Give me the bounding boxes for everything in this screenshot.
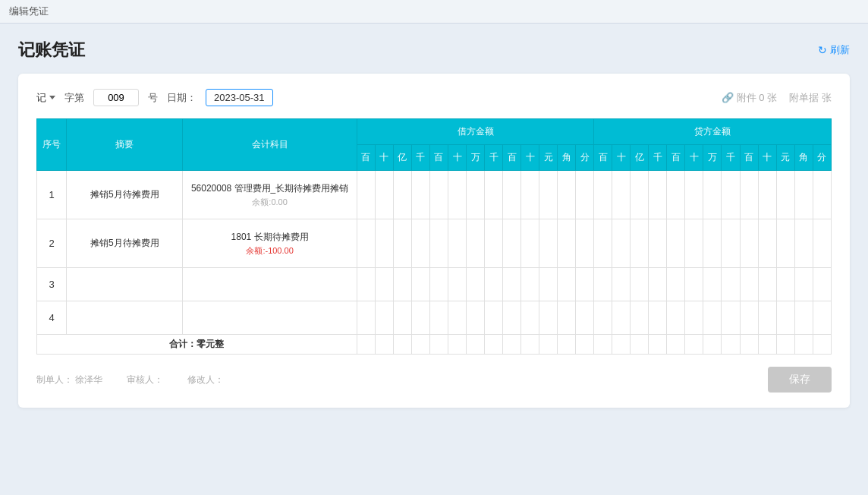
voucher-number-input[interactable] [93, 89, 139, 106]
debit-digit-cell[interactable] [448, 301, 467, 335]
debit-digit-cell[interactable] [429, 301, 448, 335]
credit-digit-cell[interactable] [794, 301, 813, 335]
debit-digit-cell[interactable] [375, 171, 393, 219]
credit-digit-cell[interactable] [649, 171, 667, 219]
credit-digit-cell[interactable] [667, 219, 685, 268]
credit-digit-cell[interactable] [594, 268, 612, 301]
debit-digit-cell[interactable] [576, 219, 594, 268]
credit-digit-cell[interactable] [667, 301, 685, 335]
row-summary[interactable]: 摊销5月待摊费用 [67, 171, 183, 219]
debit-digit-cell[interactable] [503, 301, 521, 335]
debit-digit-cell[interactable] [503, 171, 521, 219]
debit-digit-cell[interactable] [576, 301, 594, 335]
debit-digit-cell[interactable] [467, 171, 485, 219]
debit-digit-cell[interactable] [485, 301, 503, 335]
credit-digit-cell[interactable] [631, 268, 649, 301]
debit-digit-cell[interactable] [467, 301, 485, 335]
credit-digit-cell[interactable] [631, 301, 649, 335]
table-row[interactable]: 2摊销5月待摊费用1801 长期待摊费用余额:-100.00 [37, 219, 832, 268]
debit-digit-cell[interactable] [558, 268, 576, 301]
credit-digit-cell[interactable] [612, 268, 631, 301]
debit-digit-cell[interactable] [503, 268, 521, 301]
credit-digit-cell[interactable] [649, 268, 667, 301]
debit-digit-cell[interactable] [467, 268, 485, 301]
debit-digit-cell[interactable] [448, 268, 467, 301]
debit-digit-cell[interactable] [521, 268, 539, 301]
table-row[interactable]: 4 [37, 301, 832, 335]
debit-digit-cell[interactable] [448, 171, 467, 219]
credit-digit-cell[interactable] [740, 268, 758, 301]
debit-digit-cell[interactable] [558, 219, 576, 268]
credit-digit-cell[interactable] [794, 171, 813, 219]
credit-digit-cell[interactable] [667, 171, 685, 219]
debit-digit-cell[interactable] [411, 219, 429, 268]
credit-digit-cell[interactable] [685, 268, 703, 301]
debit-digit-cell[interactable] [467, 219, 485, 268]
debit-digit-cell[interactable] [576, 171, 594, 219]
debit-digit-cell[interactable] [411, 268, 429, 301]
credit-digit-cell[interactable] [703, 268, 722, 301]
credit-digit-cell[interactable] [722, 171, 740, 219]
debit-digit-cell[interactable] [375, 219, 393, 268]
credit-digit-cell[interactable] [685, 219, 703, 268]
table-row[interactable]: 3 [37, 268, 832, 301]
debit-digit-cell[interactable] [503, 219, 521, 268]
debit-digit-cell[interactable] [429, 268, 448, 301]
row-account[interactable] [183, 301, 357, 335]
credit-digit-cell[interactable] [631, 219, 649, 268]
credit-digit-cell[interactable] [722, 219, 740, 268]
credit-digit-cell[interactable] [594, 171, 612, 219]
debit-digit-cell[interactable] [448, 219, 467, 268]
debit-digit-cell[interactable] [429, 219, 448, 268]
credit-digit-cell[interactable] [776, 219, 794, 268]
debit-digit-cell[interactable] [539, 219, 558, 268]
debit-digit-cell[interactable] [375, 301, 393, 335]
debit-digit-cell[interactable] [521, 171, 539, 219]
credit-digit-cell[interactable] [685, 171, 703, 219]
credit-digit-cell[interactable] [703, 301, 722, 335]
credit-digit-cell[interactable] [758, 268, 776, 301]
credit-digit-cell[interactable] [594, 301, 612, 335]
row-account[interactable]: 1801 长期待摊费用余额:-100.00 [183, 219, 357, 268]
credit-digit-cell[interactable] [813, 171, 831, 219]
credit-digit-cell[interactable] [667, 268, 685, 301]
credit-digit-cell[interactable] [740, 219, 758, 268]
credit-digit-cell[interactable] [703, 219, 722, 268]
credit-digit-cell[interactable] [758, 301, 776, 335]
debit-digit-cell[interactable] [539, 301, 558, 335]
row-account[interactable] [183, 268, 357, 301]
debit-digit-cell[interactable] [357, 219, 375, 268]
debit-digit-cell[interactable] [485, 268, 503, 301]
credit-digit-cell[interactable] [813, 301, 831, 335]
debit-digit-cell[interactable] [357, 268, 375, 301]
credit-digit-cell[interactable] [794, 268, 813, 301]
debit-digit-cell[interactable] [411, 171, 429, 219]
credit-digit-cell[interactable] [776, 171, 794, 219]
credit-digit-cell[interactable] [649, 301, 667, 335]
debit-digit-cell[interactable] [357, 171, 375, 219]
debit-digit-cell[interactable] [539, 268, 558, 301]
credit-digit-cell[interactable] [612, 301, 631, 335]
row-summary[interactable]: 摊销5月待摊费用 [67, 219, 183, 268]
debit-digit-cell[interactable] [429, 171, 448, 219]
credit-digit-cell[interactable] [612, 219, 631, 268]
debit-digit-cell[interactable] [375, 268, 393, 301]
credit-digit-cell[interactable] [685, 301, 703, 335]
debit-digit-cell[interactable] [357, 301, 375, 335]
debit-digit-cell[interactable] [521, 219, 539, 268]
credit-digit-cell[interactable] [740, 301, 758, 335]
date-field[interactable]: 2023-05-31 [206, 89, 273, 106]
row-summary[interactable] [67, 268, 183, 301]
voucher-type-dropdown[interactable]: 记 [36, 91, 55, 105]
debit-digit-cell[interactable] [411, 301, 429, 335]
debit-digit-cell[interactable] [393, 268, 411, 301]
credit-digit-cell[interactable] [758, 171, 776, 219]
debit-digit-cell[interactable] [558, 171, 576, 219]
credit-digit-cell[interactable] [813, 268, 831, 301]
row-account[interactable]: 56020008 管理费用_长期待摊费用摊销余额:0.00 [183, 171, 357, 219]
debit-digit-cell[interactable] [485, 171, 503, 219]
debit-digit-cell[interactable] [521, 301, 539, 335]
debit-digit-cell[interactable] [539, 171, 558, 219]
credit-digit-cell[interactable] [612, 171, 631, 219]
credit-digit-cell[interactable] [740, 171, 758, 219]
